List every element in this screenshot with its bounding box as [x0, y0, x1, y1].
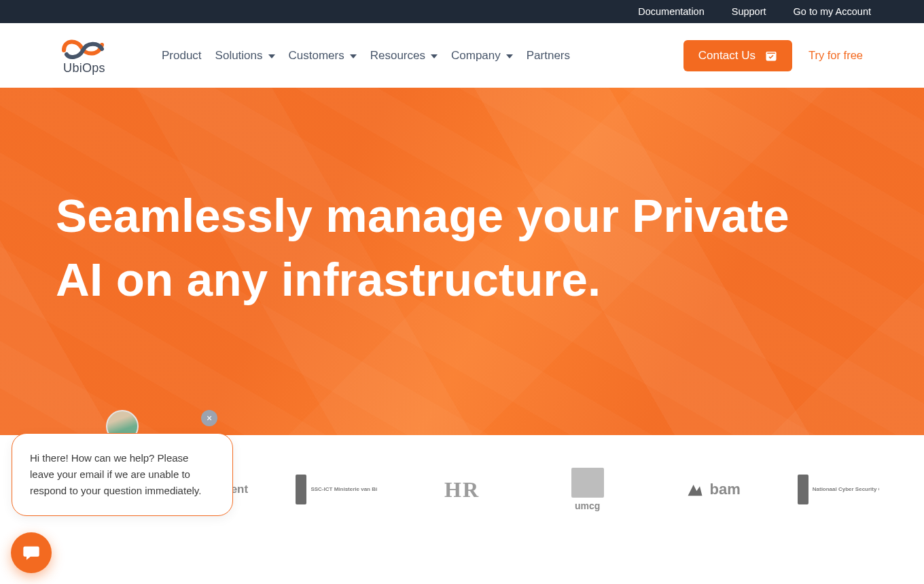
client-logo-hr: HR — [417, 477, 508, 502]
contact-button-label: Contact Us — [698, 49, 756, 63]
nav-label: Product — [162, 49, 202, 63]
nav-label: Company — [451, 49, 501, 63]
calendar-check-icon — [765, 50, 777, 62]
chevron-down-icon — [350, 54, 357, 58]
client-label: HR — [444, 477, 480, 502]
crest-icon — [296, 475, 306, 504]
nav-item-resources[interactable]: Resources — [370, 49, 438, 63]
crest-icon — [571, 468, 604, 498]
hero: Seamlessly manage your Private AI on any… — [0, 88, 924, 435]
brand-name: UbiOps — [63, 61, 105, 75]
nav-label: Customers — [289, 49, 344, 63]
brand-logo[interactable]: UbiOps — [61, 35, 107, 75]
client-label: bam — [710, 481, 741, 498]
chat-bubble[interactable]: Hi there! How can we help? Please leave … — [12, 433, 233, 516]
client-label: SSC-ICT Ministerie van Binnenlandse Zake… — [310, 486, 377, 492]
nav-items: Product Solutions Customers Resources Co… — [162, 49, 659, 63]
utility-bar: Documentation Support Go to my Account — [0, 0, 924, 23]
chat-close-button[interactable]: × — [201, 410, 217, 426]
nav-item-company[interactable]: Company — [451, 49, 513, 63]
nav-label: Resources — [370, 49, 425, 63]
chevron-down-icon — [431, 54, 438, 58]
logo-mark-icon — [61, 35, 107, 60]
nav-item-customers[interactable]: Customers — [289, 49, 357, 63]
svg-rect-1 — [766, 52, 776, 54]
client-logo-ssc-ict: SSC-ICT Ministerie van Binnenlandse Zake… — [291, 475, 382, 504]
client-label: Nationaal Cyber Security Centrum Ministe… — [813, 486, 879, 492]
crest-icon — [798, 475, 808, 504]
nav-label: Partners — [527, 49, 570, 63]
hero-headline: Seamlessly manage your Private AI on any… — [56, 184, 817, 311]
chat-icon — [22, 543, 41, 544]
topbar-link-documentation[interactable]: Documentation — [638, 6, 705, 17]
nav-item-partners[interactable]: Partners — [527, 49, 570, 63]
chat-greeting: Hi there! How can we help? Please leave … — [30, 452, 201, 496]
client-logo-ncsc: Nationaal Cyber Security Centrum Ministe… — [793, 475, 883, 504]
client-logo-bam: bam — [668, 480, 758, 499]
nav-item-product[interactable]: Product — [162, 49, 202, 63]
client-label: umcg — [575, 500, 600, 511]
topbar-link-support[interactable]: Support — [732, 6, 766, 17]
topbar-link-account[interactable]: Go to my Account — [794, 6, 871, 17]
contact-button[interactable]: Contact Us — [683, 40, 792, 71]
close-icon: × — [207, 413, 212, 424]
nav-actions: Contact Us Try for free — [683, 40, 863, 71]
chevron-down-icon — [506, 54, 513, 58]
try-for-free-link[interactable]: Try for free — [808, 49, 863, 62]
main-nav: UbiOps Product Solutions Customers Resou… — [0, 23, 924, 88]
bam-icon — [686, 480, 705, 499]
nav-label: Solutions — [215, 49, 263, 63]
chevron-down-icon — [268, 54, 275, 58]
nav-item-solutions[interactable]: Solutions — [215, 49, 275, 63]
client-logo-umcg: umcg — [542, 468, 633, 511]
